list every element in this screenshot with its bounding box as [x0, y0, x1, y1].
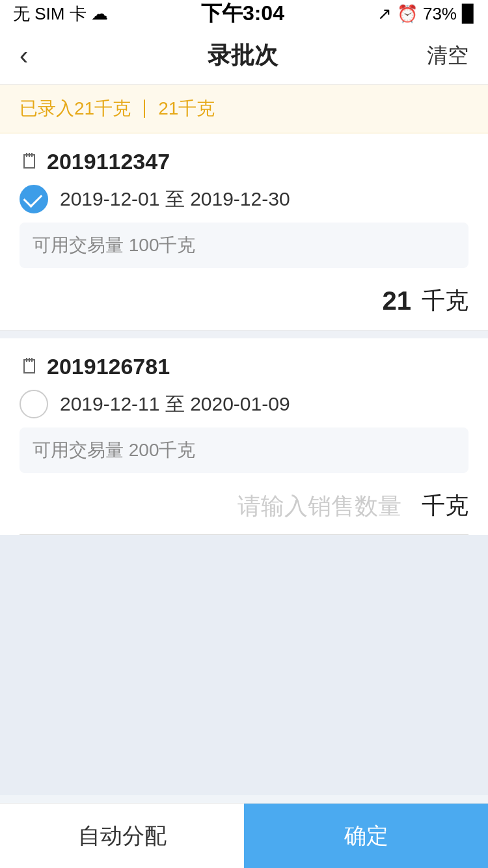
batch-1-date-row[interactable]: 2019-12-01 至 2019-12-30 — [0, 181, 488, 220]
page-title: 录批次 — [208, 40, 278, 72]
recorded-amount: 已录入21千克 — [20, 96, 131, 121]
status-bar-time: 下午3:04 — [201, 0, 284, 28]
nav-bar: ‹ 录批次 清空 — [0, 27, 488, 85]
battery-percentage: 73% — [423, 4, 457, 24]
batch-1-amount-row: 21 千克 — [0, 275, 488, 331]
batch-card-2: 🗒 2019126781 2019-12-11 至 2020-01-09 可用交… — [0, 338, 488, 535]
batch-2-quantity-input[interactable] — [20, 493, 411, 520]
batch-1-amount-value: 21 — [383, 286, 412, 316]
info-banner: 已录入21千克 21千克 — [0, 85, 488, 133]
battery-icon: ▉ — [462, 4, 475, 24]
batch-2-radio[interactable] — [20, 390, 48, 418]
location-icon: ↗ — [377, 4, 392, 24]
batch-2-available: 可用交易量 200千克 — [33, 440, 196, 460]
batch-1-icon: 🗒 — [20, 150, 40, 174]
batch-1-header: 🗒 2019112347 — [0, 133, 488, 181]
batch-1-available: 可用交易量 100千克 — [33, 235, 196, 255]
bottom-bar: 自动分配 确定 — [0, 803, 488, 868]
confirm-button[interactable]: 确定 — [244, 804, 488, 868]
batch-2-header: 🗒 2019126781 — [0, 338, 488, 386]
batch-2-input-row[interactable]: 千克 — [0, 480, 488, 535]
banner-divider — [144, 100, 145, 118]
batch-1-unit: 千克 — [422, 285, 468, 317]
batch-1-available-box: 可用交易量 100千克 — [20, 223, 468, 268]
batch-2-unit: 千克 — [422, 490, 468, 522]
batch-1-id: 2019112347 — [47, 149, 170, 174]
batch-1-date: 2019-12-01 至 2019-12-30 — [60, 186, 290, 213]
back-button[interactable]: ‹ — [20, 41, 59, 70]
batch-1-radio[interactable] — [20, 185, 48, 213]
batch-2-date-row[interactable]: 2019-12-11 至 2020-01-09 — [0, 386, 488, 425]
total-amount: 21千克 — [158, 96, 215, 121]
clear-button[interactable]: 清空 — [427, 42, 468, 70]
batch-2-icon: 🗒 — [20, 355, 40, 379]
auto-distribute-button[interactable]: 自动分配 — [0, 804, 244, 868]
status-bar: 无 SIM 卡 ☁ 下午3:04 ↗ ⏰ 73% ▉ — [0, 0, 488, 27]
status-bar-left: 无 SIM 卡 ☁ — [13, 3, 108, 25]
status-bar-right: ↗ ⏰ 73% ▉ — [377, 4, 475, 24]
batch-2-available-box: 可用交易量 200千克 — [20, 427, 468, 473]
alarm-icon: ⏰ — [397, 4, 418, 24]
batch-2-date: 2019-12-11 至 2020-01-09 — [60, 391, 290, 418]
sim-status: 无 SIM 卡 ☁ — [13, 3, 108, 25]
section-divider — [0, 331, 488, 338]
batch-2-id: 2019126781 — [47, 354, 170, 379]
gray-background — [0, 535, 488, 795]
batch-card-1: 🗒 2019112347 2019-12-01 至 2019-12-30 可用交… — [0, 133, 488, 331]
